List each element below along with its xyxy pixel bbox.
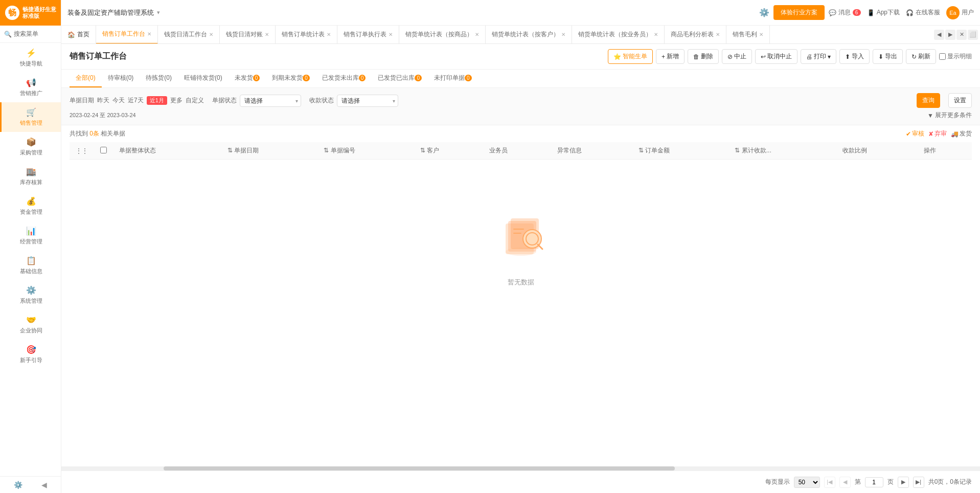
tab-close-sales-stats[interactable]: ✕ (327, 32, 331, 37)
ship-btn[interactable]: 🚚 发货 (951, 129, 972, 138)
message-btn[interactable]: 💬 消息 6 (829, 8, 861, 17)
new-btn[interactable]: + 新增 (656, 49, 685, 64)
tab-close-sales-by-product[interactable]: ✕ (475, 32, 479, 37)
filter-payment-wrap: 请选择 (337, 95, 398, 107)
show-detail-input[interactable] (939, 53, 946, 60)
tab-close-cash-daily[interactable]: ✕ (209, 32, 213, 37)
import-btn[interactable]: ⬆ 导入 (839, 49, 870, 64)
sub-tab-pending-audit[interactable]: 待审核(0) (102, 70, 140, 87)
filter-date-yesterday[interactable]: 昨天 (97, 96, 109, 105)
tab-cash-daily[interactable]: 钱货日清工作台 ✕ (158, 26, 220, 44)
settings-footer-icon[interactable]: ⚙️ (14, 481, 22, 489)
th-date[interactable]: ⇅ 单据日期 (221, 142, 317, 160)
smart-order-btn[interactable]: ⭐ 智能生单 (608, 49, 653, 64)
filter-status-select[interactable]: 请选择 (240, 95, 301, 107)
sub-tab-shipped-warehoused[interactable]: 已发货已出库0 (372, 70, 428, 87)
sidebar-item-finance[interactable]: 💰 资金管理 (0, 191, 61, 221)
tab-close-sales-profit[interactable]: ✕ (759, 32, 763, 37)
sidebar-item-enterprise[interactable]: 🤝 企业协同 (0, 310, 61, 340)
filter-date-more[interactable]: 更多 (170, 96, 183, 105)
per-page-select[interactable]: 50 100 200 (794, 477, 820, 488)
tab-sales-exec[interactable]: 销售订单执行表 ✕ (337, 26, 399, 44)
app-download-btn[interactable]: 📱 App下载 (867, 8, 900, 17)
sidebar-search[interactable]: 🔍 搜索菜单 (0, 26, 61, 43)
user-btn[interactable]: Ea 用户 (946, 6, 974, 19)
tab-next-btn[interactable]: ▶ (945, 30, 955, 40)
print-btn[interactable]: 🖨 打印 ▾ (801, 49, 836, 64)
tab-sales-by-customer[interactable]: 销货单统计表（按客户） ✕ (486, 26, 572, 44)
print-dropdown-icon: ▾ (828, 53, 831, 60)
filter-expand-btn[interactable]: ▼ 展开更多条件 (927, 111, 972, 120)
tab-close-sales-by-staff[interactable]: ✕ (654, 32, 658, 37)
sidebar-item-guide[interactable]: 🎯 新手引导 (0, 340, 61, 369)
sub-tab-wangpu[interactable]: 旺铺待发货(0) (178, 70, 229, 87)
sub-tab-all[interactable]: 全部(0) (70, 70, 102, 87)
tab-maximize-btn[interactable]: ⬜ (968, 30, 978, 40)
collapse-icon[interactable]: ◀ (41, 481, 47, 489)
tab-close-sales-workbench[interactable]: ✕ (147, 31, 151, 37)
filter-payment-select[interactable]: 请选择 (337, 95, 398, 107)
tab-sales-profit[interactable]: 销售毛利 ✕ (726, 26, 770, 44)
tab-close-all-btn[interactable]: ✕ (956, 30, 967, 40)
cancel-stop-btn[interactable]: ↩ 取消中止 (755, 49, 797, 64)
th-customer[interactable]: ⇅ 客户 (414, 142, 483, 160)
tab-close-sales-exec[interactable]: ✕ (389, 32, 393, 37)
online-service-btn[interactable]: 🎧 在线客服 (906, 8, 940, 17)
cancel-audit-btn[interactable]: ✘ 弃审 (928, 129, 947, 138)
industry-btn[interactable]: 体验行业方案 (773, 5, 825, 20)
th-amount[interactable]: ⇅ 订单金额 (632, 142, 728, 160)
sub-tab-shipped-not-warehoused[interactable]: 已发货未出库0 (316, 70, 372, 87)
tab-sales-by-staff[interactable]: 销货单统计表（按业务员） ✕ (572, 26, 665, 44)
query-btn[interactable]: 查询 (917, 93, 940, 108)
filter-area: 单据日期 昨天 今天 近7天 近1月 更多 自定义 单据状态 请选择 (61, 88, 980, 125)
th-collected[interactable]: ⇅ 累计收款... (728, 142, 836, 160)
sub-tab-not-printed[interactable]: 未打印单据0 (428, 70, 478, 87)
sidebar-item-operation[interactable]: 📊 经营管理 (0, 221, 61, 251)
refresh-btn[interactable]: ↻ 刷新 (906, 49, 936, 64)
sidebar-item-basic[interactable]: 📋 基础信息 (0, 251, 61, 280)
last-page-btn[interactable]: ▶| (913, 477, 924, 488)
filter-date-7days[interactable]: 近7天 (128, 96, 144, 105)
next-page-btn[interactable]: ▶ (898, 477, 909, 488)
tab-sales-stats[interactable]: 销售订单统计表 ✕ (276, 26, 337, 44)
sidebar-item-marketing[interactable]: 📢 营销推广 (0, 73, 61, 102)
sub-tabs: 全部(0) 待审核(0) 待拣货(0) 旺铺待发货(0) 未发货0 到期未发货0… (61, 70, 980, 88)
tab-close-cash-reconcile[interactable]: ✕ (265, 32, 269, 37)
sidebar-item-quick-nav[interactable]: ⚡ 快捷导航 (0, 43, 61, 73)
stop-btn[interactable]: ⊘ 中止 (722, 49, 752, 64)
tab-home[interactable]: 🏠 首页 (61, 26, 96, 44)
select-all-checkbox[interactable] (100, 147, 107, 153)
audit-btn[interactable]: ✔ 审核 (906, 129, 924, 138)
set-btn[interactable]: 设置 (948, 93, 972, 108)
filter-date-today[interactable]: 今天 (112, 96, 125, 105)
topbar-dropdown-icon[interactable]: ▾ (157, 9, 160, 16)
tab-sales-by-product[interactable]: 销货单统计表（按商品） ✕ (399, 26, 486, 44)
export-btn[interactable]: ⬇ 导出 (873, 49, 903, 64)
delete-btn[interactable]: 🗑 删除 (688, 49, 719, 64)
tab-sales-workbench[interactable]: 销售订单工作台 ✕ (96, 26, 158, 44)
prev-page-btn[interactable]: ◀ (839, 477, 851, 488)
sidebar-item-purchase[interactable]: 📦 采购管理 (0, 132, 61, 162)
first-page-btn[interactable]: |◀ (824, 477, 835, 488)
show-detail-checkbox[interactable]: 显示明细 (939, 52, 972, 61)
scrollbar-thumb[interactable] (164, 466, 675, 470)
sub-tab-pending-pick[interactable]: 待拣货(0) (140, 70, 178, 87)
tab-cash-reconcile[interactable]: 钱货日清对账 ✕ (220, 26, 276, 44)
filter-date-range: 2023-02-24 至 2023-03-24 (70, 111, 136, 119)
horizontal-scrollbar[interactable] (61, 466, 980, 470)
tab-close-sales-by-customer[interactable]: ✕ (561, 32, 565, 37)
tab-gross-profit[interactable]: 商品毛利分析表 ✕ (665, 26, 726, 44)
sub-tab-not-shipped[interactable]: 未发货0 (229, 70, 266, 87)
page-input[interactable] (865, 477, 883, 487)
filter-date-custom[interactable]: 自定义 (186, 96, 204, 105)
th-status[interactable]: 单据整体状态 (113, 142, 221, 160)
sub-tab-overdue-not-shipped[interactable]: 到期未发货0 (266, 70, 316, 87)
sidebar-item-system[interactable]: ⚙️ 系统管理 (0, 280, 61, 310)
tab-prev-btn[interactable]: ◀ (934, 30, 944, 40)
topbar-settings-icon[interactable]: ⚙️ (759, 8, 769, 17)
sidebar-item-sales[interactable]: 🛒 销售管理 (0, 102, 61, 132)
sidebar-item-inventory[interactable]: 🏬 库存核算 (0, 162, 61, 191)
tab-close-gross-profit[interactable]: ✕ (716, 32, 720, 37)
th-number[interactable]: ⇅ 单据编号 (317, 142, 414, 160)
filter-date-1month[interactable]: 近1月 (147, 96, 167, 105)
